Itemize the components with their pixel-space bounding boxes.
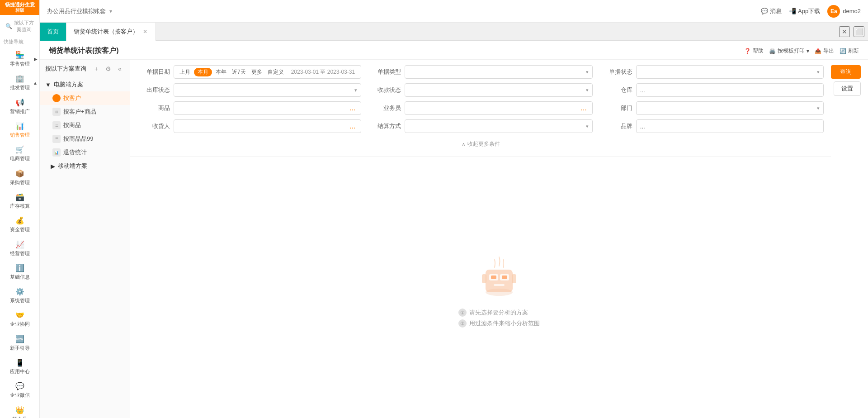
refresh-button[interactable]: 🔄 刷新: [840, 47, 859, 55]
sidebar-item-ecommerce[interactable]: 🛒 电商管理: [0, 142, 39, 165]
sidebar-item-sales[interactable]: 📊 销售管理: [0, 118, 39, 142]
sidebar-item-system[interactable]: ⚙️ 系统管理: [0, 284, 39, 307]
sales-icon: 📊: [15, 122, 24, 130]
scheme-item-by-product[interactable]: ☰ 按商品: [40, 119, 130, 132]
warehouse-label: 仓库: [600, 86, 636, 94]
retail-arrow-icon: ▶: [34, 57, 38, 62]
out-status-select[interactable]: ▾: [174, 83, 361, 97]
sidebar-item-appcenter[interactable]: 📱 应用中心: [0, 355, 39, 378]
scheme-item-by-customer-product[interactable]: ⊞ 按客户+商品: [40, 105, 130, 119]
scheme-group-desktop-header[interactable]: ▼ 电脑端方案: [40, 78, 130, 91]
scheme-group-mobile-header[interactable]: ▶ 移动端方案: [40, 159, 130, 173]
basic-icon: ℹ️: [15, 264, 24, 272]
sidebar-search-area[interactable]: 🔍 按以下方案查询: [0, 15, 39, 38]
sidebar-item-operations[interactable]: 📈 经营管理: [0, 237, 39, 260]
sidebar-item-wholesale[interactable]: 🏢 批发管理 ▲: [0, 71, 39, 94]
sidebar-item-purchase[interactable]: 📦 采购管理: [0, 166, 39, 189]
edit-scheme-icon[interactable]: ⚙: [104, 64, 113, 73]
sidebar-item-member[interactable]: 👑 畅会员: [0, 402, 39, 418]
doc-type-select[interactable]: ▾: [405, 65, 592, 79]
print-button[interactable]: 🖨️ 按模板打印 ▾: [769, 47, 809, 55]
avatar-initials: Ea: [830, 8, 837, 14]
left-panel: 按以下方案查询 + ⚙ « ▼ 电脑端方案 按客户: [40, 60, 130, 418]
industry-title: 办公用品行业模拟账套: [47, 7, 106, 15]
print-icon: 🖨️: [769, 48, 776, 54]
date-tab-more[interactable]: 更多: [250, 68, 264, 76]
scheme-item-return-stats[interactable]: 📊 退货统计: [40, 146, 130, 159]
tab-close-button[interactable]: ✕: [142, 28, 148, 36]
out-status-label: 出库状态: [137, 86, 174, 94]
department-select[interactable]: ▾: [636, 101, 824, 115]
settlement-chevron: ▾: [586, 124, 589, 129]
warehouse-select[interactable]: ...: [636, 83, 824, 97]
finance-icon: 💰: [15, 216, 24, 225]
doc-status-select[interactable]: ▾: [636, 65, 824, 79]
date-filter-control: 上月 本月 本年 近7天 更多 自定义 2023-03-01 至 2023-03…: [174, 65, 361, 79]
sidebar-item-newuser[interactable]: 🆕 新手引导: [0, 331, 39, 355]
sidebar-item-enterprise[interactable]: 🤝 企业协同: [0, 307, 39, 331]
salesperson-select[interactable]: ...: [405, 101, 592, 115]
header-right: 💬 消息 📲 App下载 Ea demo2: [761, 5, 861, 18]
system-icon: ⚙️: [15, 287, 24, 296]
search-menu-button[interactable]: 🔍 按以下方案查询: [4, 18, 36, 35]
user-profile[interactable]: Ea demo2: [827, 5, 861, 18]
window-maximize-button[interactable]: ⬜: [854, 26, 864, 37]
brand-placeholder: ...: [640, 123, 645, 130]
product-dots[interactable]: ...: [348, 104, 357, 112]
collapse-up-icon: ∧: [462, 141, 466, 147]
query-button[interactable]: 查询: [831, 65, 861, 79]
date-tab-lastmonth[interactable]: 上月: [178, 68, 192, 76]
collapse-bar[interactable]: ∧ 收起更多条件: [137, 138, 824, 151]
brand-select[interactable]: ...: [636, 119, 824, 133]
home-tab-label: 首页: [47, 28, 59, 36]
sidebar-item-system-label: 系统管理: [10, 297, 30, 304]
message-button[interactable]: 💬 消息: [761, 7, 782, 15]
sidebar-item-inventory[interactable]: 🗃️ 库存核算: [0, 189, 39, 213]
collapse-text: 收起更多条件: [467, 140, 500, 148]
sidebar-item-retail[interactable]: 🏪 零售管理 ▶: [0, 47, 39, 71]
export-label: 导出: [823, 47, 834, 55]
sidebar-item-basic[interactable]: ℹ️ 基础信息: [0, 260, 39, 284]
filter-row-2: 出库状态 ▾ 收款状态 ▾: [137, 83, 824, 97]
sidebar-item-wechat[interactable]: 💬 企业微信: [0, 378, 39, 402]
sidebar-item-basic-label: 基础信息: [10, 274, 30, 280]
main-body: 按以下方案查询 + ⚙ « ▼ 电脑端方案 按客户: [40, 60, 868, 418]
tab-home[interactable]: 首页: [40, 23, 66, 41]
collapse-panel-icon[interactable]: «: [115, 64, 124, 73]
left-panel-action-icons: + ⚙ «: [92, 64, 124, 73]
app-download-button[interactable]: 📲 App下载: [789, 7, 820, 15]
salesperson-dots[interactable]: ...: [579, 104, 588, 112]
tip-2-num: ②: [458, 319, 467, 328]
page-header: 销货单统计表(按客户) ❓ 帮助 🖨️ 按模板打印 ▾ 📤 导出 🔄 刷新: [40, 41, 868, 60]
sidebar-item-finance[interactable]: 💰 资金管理: [0, 213, 39, 236]
help-icon: ❓: [744, 48, 751, 54]
product-select[interactable]: ...: [174, 101, 361, 115]
page-title: 销货单统计表(按客户): [49, 46, 119, 56]
tab-sales-stats[interactable]: 销货单统计表（按客户） ✕: [66, 23, 156, 41]
sidebar-item-marketing[interactable]: 📢 营销推广: [0, 95, 39, 118]
window-close-button[interactable]: ✕: [839, 26, 850, 37]
doc-status-label: 单据状态: [600, 68, 636, 76]
date-tab-7days[interactable]: 近7天: [230, 68, 248, 76]
scheme-product-label: 按商品: [63, 121, 81, 129]
date-tab-custom[interactable]: 自定义: [266, 68, 286, 76]
export-button[interactable]: 📤 导出: [815, 47, 834, 55]
help-button[interactable]: ❓ 帮助: [744, 47, 764, 55]
date-tab-thismonth[interactable]: 本月: [194, 68, 212, 76]
industry-dropdown-icon[interactable]: ▾: [109, 8, 112, 14]
settlement-select[interactable]: ▾: [405, 119, 592, 133]
sidebar-item-retail-label: 零售管理: [10, 61, 30, 67]
settings-button[interactable]: 设置: [834, 81, 861, 96]
receipt-status-select[interactable]: ▾: [405, 83, 592, 97]
date-tab-thisyear[interactable]: 本年: [214, 68, 228, 76]
add-scheme-icon[interactable]: +: [92, 64, 101, 73]
filter-area: 单据日期 上月 本月 本年 近7天 更多 自定义 2023-03-01 至 20…: [130, 60, 831, 157]
scheme-item-by-product99[interactable]: ☰ 按商品品99: [40, 132, 130, 146]
logo-text: 畅捷通好生意: [5, 2, 35, 8]
message-icon: 💬: [761, 8, 768, 14]
content-area: 销货单统计表(按客户) ❓ 帮助 🖨️ 按模板打印 ▾ 📤 导出 🔄 刷新: [40, 41, 868, 418]
consignee-select[interactable]: ...: [174, 119, 361, 133]
consignee-dots[interactable]: ...: [348, 122, 357, 130]
search-label: 按以下方案查询: [14, 19, 34, 33]
scheme-item-by-customer[interactable]: 按客户: [40, 91, 130, 105]
